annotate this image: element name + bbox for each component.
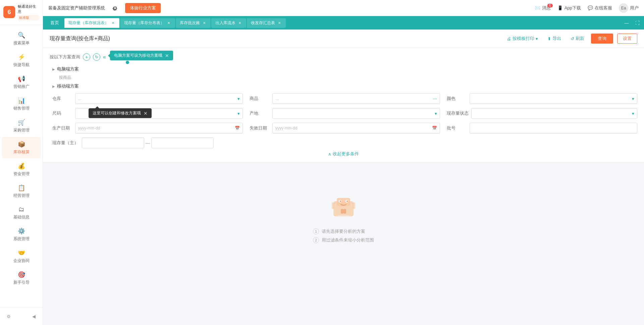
sidebar-item-system[interactable]: ⚙️ 系统管理 — [2, 224, 41, 245]
sidebar-item-label: 资金管理 — [13, 171, 30, 177]
notification-badge: 6 — [547, 4, 553, 7]
scheme-tree-item-mobile[interactable]: ▶ 移动端方案 — [50, 82, 637, 91]
collapse-button[interactable]: ∧ 收起更多条件 — [50, 148, 637, 157]
sidebar-item-finance[interactable]: 💰 资金管理 — [2, 159, 41, 180]
chevron-down-icon: ▾ — [237, 96, 240, 101]
sidebar-item-label: 库存核算 — [13, 149, 30, 155]
dots-icon: ⋯ — [433, 96, 437, 101]
scheme-tree-item-desktop[interactable]: ▶ 电脑端方案 — [50, 65, 637, 73]
chevron-down-icon: ▾ — [632, 111, 634, 116]
tab-flow[interactable]: 出入库流水 ✕ — [211, 18, 246, 28]
sidebar-item-purchase[interactable]: 🛒 采购管理 — [2, 115, 41, 137]
svg-point-4 — [340, 201, 341, 202]
production-date-label: 生产日期 — [52, 125, 72, 131]
inventory-icon: 📦 — [18, 141, 25, 148]
search-button[interactable]: 查询 — [591, 34, 613, 44]
app-download-button[interactable]: 📱 App下载 — [557, 5, 581, 11]
export-button[interactable]: ⬆ 导出 — [545, 34, 564, 43]
tab-maximize-button[interactable]: ⛶ — [633, 19, 641, 27]
system-icon: ⚙️ — [18, 227, 25, 235]
expiry-date-input[interactable]: yyyy-mm-dd 📅 — [272, 123, 440, 133]
chevron-up-icon: ∧ — [328, 152, 331, 157]
filter-refresh-button[interactable]: ↻ — [93, 53, 100, 61]
inventory-status-select[interactable]: ▾ — [471, 108, 637, 119]
product-label: 商品 — [250, 96, 270, 102]
svg-rect-7 — [343, 209, 346, 214]
warehouse-label: 仓库 — [52, 96, 72, 102]
online-service-button[interactable]: 💬 在线客服 — [588, 5, 612, 11]
sidebar: 6 畅通道好生意 标准版 🔍 搜索菜单 ⚡ 快捷导航 📢 营销推广 📊 销售管理… — [0, 0, 43, 325]
main-content: 装备及固定资产辅助管理系统 体验行业方案 ✉️ 消息 6 📱 App下载 💬 在… — [43, 0, 644, 325]
template-print-button[interactable]: 🖨 按模板打印 ▾ — [504, 34, 541, 43]
setting-button[interactable]: 设置 — [617, 34, 637, 44]
filter-add-button[interactable]: + — [83, 53, 90, 61]
inventory-max-input[interactable] — [151, 138, 214, 148]
tab-summary[interactable]: 收发存汇总表 ✕ — [247, 18, 286, 28]
scheme-item-label: 电脑端方案 — [57, 66, 79, 72]
batch-no-label: 批号 — [447, 125, 467, 131]
warehouse-select[interactable]: ... ▾ — [75, 93, 243, 104]
sidebar-item-base-info[interactable]: 🗂 基础信息 — [2, 203, 41, 223]
notification-button[interactable]: ✉️ 消息 6 — [535, 5, 551, 11]
expiry-date-filter: 失效日期 yyyy-mm-dd 📅 — [250, 123, 440, 133]
product-select[interactable]: ... ⋯ — [272, 93, 440, 104]
sidebar-item-label: 基础信息 — [13, 214, 30, 220]
tab-bar: 首页 现存量（库存状况表） ✕ 现存量（库存分布表） ✕ 库存批次账 ✕ 出入库… — [43, 16, 644, 30]
online-service-label: 在线客服 — [595, 5, 612, 11]
tab-close-inventory-status[interactable]: ✕ — [111, 20, 115, 25]
sidebar-item-quick-nav[interactable]: ⚡ 快捷导航 — [2, 50, 41, 71]
tab-home[interactable]: 首页 — [46, 18, 64, 28]
origin-select[interactable]: ▾ — [272, 108, 440, 119]
production-date-input[interactable]: yyyy-mm-dd 📅 — [75, 123, 243, 133]
range-separator: — — [146, 141, 150, 146]
tab-close-summary[interactable]: ✕ — [277, 20, 282, 25]
product-filter: 商品 ... ⋯ — [250, 93, 440, 104]
scheme-tree: ▶ 电脑端方案 按商品 ▶ 移动端方案 — [50, 65, 637, 93]
filter-back-button[interactable]: « — [103, 54, 106, 60]
experience-button[interactable]: 体验行业方案 — [125, 3, 161, 13]
user-menu[interactable]: Ea 用户 — [619, 3, 639, 13]
sidebar-item-label: 搜索菜单 — [13, 40, 30, 46]
color-select[interactable]: ▾ — [470, 93, 637, 104]
inventory-status-filter: 现存量状态 ▾ — [447, 108, 637, 119]
sidebar-item-marketing[interactable]: 📢 营销推广 — [2, 72, 41, 93]
origin-label: 产地 — [250, 110, 270, 116]
scheme-tree-sub-item[interactable]: 按商品 — [56, 73, 637, 82]
settings-button[interactable]: ⚙ — [3, 311, 14, 322]
tab-close-inventory-distribution[interactable]: ✕ — [166, 20, 171, 25]
sidebar-item-guide[interactable]: 🎯 新手引导 — [2, 268, 41, 289]
sidebar-item-operation[interactable]: 📋 经营管理 — [2, 181, 41, 202]
empty-illustration — [327, 189, 360, 223]
sidebar-item-enterprise[interactable]: 🤝 企业协同 — [2, 246, 41, 267]
sidebar-item-search[interactable]: 🔍 搜索菜单 — [2, 28, 41, 49]
batch-no-input[interactable] — [470, 123, 637, 133]
empty-tip-2: 2 用过滤条件来缩小分析范围 — [313, 237, 374, 243]
scheme-tooltip2-close[interactable]: ✕ — [144, 111, 148, 116]
filter-panel: 电脑方案可设为移动方案哦 ✕ 这里可以创建和修改方案哦 ✕ 按以下方案查询 + … — [43, 48, 644, 163]
tab-inventory-distribution[interactable]: 现存量（库存分布表） ✕ — [120, 18, 175, 28]
tab-inventory-status[interactable]: 现存量（库存状况表） ✕ — [64, 18, 119, 28]
svg-rect-9 — [353, 202, 355, 209]
sidebar-item-label: 采购管理 — [13, 127, 30, 133]
header-settings-button[interactable] — [110, 3, 120, 13]
warehouse-filter: 仓库 ... ▾ — [52, 93, 243, 104]
base-info-icon: 🗂 — [18, 206, 24, 213]
tab-actions: — ⛶ — [623, 19, 641, 27]
sidebar-item-sales[interactable]: 📊 销售管理 — [2, 94, 41, 115]
logo-text: 畅通道好生意 — [18, 4, 39, 14]
size-label: 尺码 — [52, 110, 72, 116]
inventory-min-input[interactable] — [82, 138, 144, 148]
sidebar-item-inventory[interactable]: 📦 库存核算 — [2, 137, 41, 158]
tab-close-flow[interactable]: ✕ — [237, 20, 242, 25]
origin-filter: 产地 ▾ — [250, 108, 440, 119]
tab-batch-account[interactable]: 库存批次账 ✕ — [176, 18, 211, 28]
collapse-sidebar-button[interactable]: ◀ — [29, 311, 39, 322]
scheme-tooltip-close[interactable]: ✕ — [165, 53, 169, 58]
tab-minimize-button[interactable]: — — [623, 19, 631, 27]
tab-close-batch-account[interactable]: ✕ — [202, 20, 207, 25]
expiry-date-label: 失效日期 — [250, 125, 270, 131]
refresh-button[interactable]: ↺ 刷新 — [568, 34, 587, 43]
system-name: 装备及固定资产辅助管理系统 — [48, 5, 105, 11]
sidebar-nav: 🔍 搜索菜单 ⚡ 快捷导航 📢 营销推广 📊 销售管理 🛒 采购管理 📦 库存核… — [0, 25, 43, 307]
user-label: 用户 — [630, 5, 639, 11]
